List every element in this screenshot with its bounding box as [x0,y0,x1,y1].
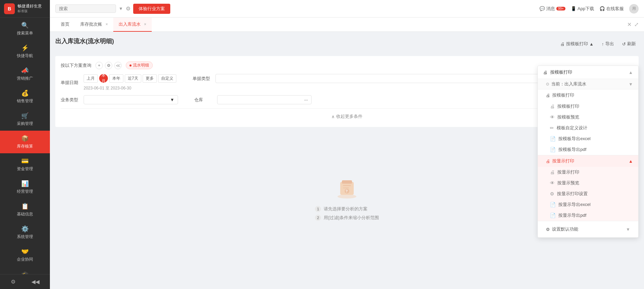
app-download-button[interactable]: 📱 App下载 [571,6,594,12]
display-pdf-icon: 📄 [550,213,556,218]
settings-bottom-icon[interactable]: ⚙ [11,279,16,285]
purchase-icon: 🛒 [21,112,29,120]
tab-flow-close-icon[interactable]: × [144,22,146,27]
dropdown-display-export-pdf-item[interactable]: 📄 按显示导出pdf [538,210,638,221]
date-this-year-btn[interactable]: 本年 [109,74,123,83]
filter-tag-item[interactable]: 流水明细 [126,61,153,69]
step-2-text: 用[过滤]条件来缩小分析范围 [324,215,379,221]
doc-type-label: 单据类型 [193,76,213,82]
sidebar-item-search[interactable]: 🔍 搜索菜单 [0,18,50,40]
tab-expand-icon[interactable]: ⤢ [634,21,639,28]
topbar-left: ▼ ⚙ 体验行业方案 [55,4,170,14]
warehouse-select[interactable]: ··· [217,95,312,104]
sidebar-item-inventory[interactable]: 📦 库存核算 [0,131,50,153]
sidebar-item-label: 企业协同 [17,257,33,262]
base-icon: 📋 [21,203,29,210]
topbar: ▼ ⚙ 体验行业方案 💬 消息 99+ 📱 App下载 🎧 在线客服 [50,0,644,18]
custom-label: 模板自定义设计 [557,125,587,131]
warehouse-label: 仓库 [194,97,214,103]
sidebar-item-operations[interactable]: 📊 经营管理 [0,176,50,199]
online-service-button[interactable]: 🎧 在线客服 [599,6,624,12]
chevron-up-icon: ∧ [331,114,335,119]
date-custom-btn[interactable]: 自定义 [158,74,176,83]
topbar-dropdown-icon[interactable]: ▼ [119,6,123,11]
sidebar-item-base[interactable]: 📋 基础信息 [0,199,50,221]
dropdown-header-title: 🖨 按模板打印 [543,69,572,75]
sidebar-item-purchase[interactable]: 🛒 采购管理 [0,108,50,131]
sidebar-item-sales[interactable]: 💰 销售管理 [0,85,50,108]
svg-rect-4 [343,187,349,188]
sidebar-item-system[interactable]: ⚙️ 系统管理 [0,221,50,244]
topbar-gear-icon[interactable]: ⚙ [126,5,130,12]
quicknav-icon: ⚡ [21,44,29,52]
custom-icon: ✏ [550,125,554,131]
date-7days-btn[interactable]: 近7天 [125,74,141,83]
dropdown-display-export-excel-item[interactable]: 📄 按显示导出excel [538,199,638,210]
sidebar-item-finance[interactable]: 💳 资金管理 [0,153,50,176]
sidebar-item-marketing[interactable]: 📣 营销推广 [0,63,50,85]
dropdown-template-print-item[interactable]: 🖨 按模板打印 [538,101,638,112]
collab-icon: 🤝 [21,248,29,255]
topbar-search-input[interactable] [55,4,116,13]
tab-batch-label: 库存批次账 [80,21,102,27]
collapse-filter-icon[interactable]: ≪ [114,62,122,69]
dropdown-template-export-excel-item[interactable]: 📄 按模板导出excel [538,133,638,144]
sidebar-item-label: 销售管理 [17,98,33,104]
collapse-sidebar-icon[interactable]: ◀◀ [31,279,39,285]
trial-button[interactable]: 体验行业方案 [133,4,170,14]
pdf-icon: 📄 [550,147,556,152]
dropdown-display-print-item[interactable]: 🖨 按显示打印 [538,167,638,178]
brand-info: 畅捷通好生意 标准版 [18,4,42,14]
sidebar-item-label: 经营管理 [17,189,33,194]
set-default-button[interactable]: ⚙ 设置默认功能 ▼ [543,224,633,235]
export-button[interactable]: ↑ 导出 [599,40,617,48]
dropdown-template-preview-item[interactable]: 👁 按模板预览 [538,112,638,123]
sidebar-item-label: 采购管理 [17,121,33,127]
footer-chevron-icon: ▼ [626,227,630,232]
print-template-label: 按模板打印 [566,41,588,47]
excel-label: 按模板导出excel [558,136,590,142]
tab-close-all-icon[interactable]: ✕ [627,21,632,28]
svg-text:?: ? [346,189,348,193]
refresh-button[interactable]: ↺ 刷新 [619,40,639,48]
message-label: 消息 [546,6,555,12]
date-prev-month-btn[interactable]: 上月 [84,74,98,83]
print-item-icon: 🖨 [550,104,555,109]
biz-type-select[interactable]: ▼ [84,95,178,104]
dropdown-display-preview-item[interactable]: 👁 按显示预览 [538,178,638,188]
refresh-icon: ↺ [622,42,626,47]
app-download-label: App下载 [578,6,594,12]
display-print-icon: 🖨 [546,159,550,164]
tab-flow[interactable]: 出入库流水 × [113,18,152,32]
sidebar-item-quicknav[interactable]: ⚡ 快捷导航 [0,40,50,63]
message-button[interactable]: 💬 消息 99+ [539,6,565,12]
user-avatar[interactable]: 用 [629,4,639,14]
dropdown-display-print-settings-item[interactable]: ⚙ 按显示打印设置 [538,188,638,199]
svg-rect-2 [342,180,352,184]
sidebar-item-newbie[interactable]: 🎓 新手引导 [0,266,50,274]
add-filter-button[interactable]: + [95,62,103,69]
step-2-num: 2 [315,215,321,221]
display-print-section-header[interactable]: 🖨 按显示打印 ▲ [538,155,638,167]
dropdown-template-export-pdf-item[interactable]: 📄 按模板导出pdf [538,144,638,155]
search-icon: 🔍 [21,22,29,29]
dropdown-header-label: 按模板打印 [550,69,572,75]
sidebar-item-collab[interactable]: 🤝 企业协同 [0,244,50,266]
template-print-section-header[interactable]: 🖨 按模板打印 [538,89,638,101]
tab-home[interactable]: 首页 [55,18,75,32]
tab-batch[interactable]: 库存批次账 × [75,18,113,32]
date-this-month-btn[interactable]: 本月 [99,74,108,83]
dropdown-header[interactable]: 🖨 按模板打印 ▲ [538,66,638,79]
print-template-button[interactable]: 🖨 按模板打印 ▲ [558,40,596,48]
biz-type-dropdown-icon: ▼ [170,97,174,102]
filter-settings-icon[interactable]: ⚙ [105,62,112,69]
sidebar-bottom: ⚙ ◀◀ [0,274,50,289]
tab-batch-close-icon[interactable]: × [106,22,108,27]
date-more-btn[interactable]: 更多 [143,74,157,83]
warehouse-filter-group: 仓库 ··· [194,95,312,104]
display-pdf-label: 按显示导出pdf [558,212,586,218]
tag-label: 流水明细 [133,62,149,68]
page-header-actions: 🖨 按模板打印 ▲ ↑ 导出 ↺ 刷新 [558,40,639,48]
dropdown-template-custom-item[interactable]: ✏ 模板自定义设计 [538,123,638,133]
svg-point-0 [338,194,356,199]
